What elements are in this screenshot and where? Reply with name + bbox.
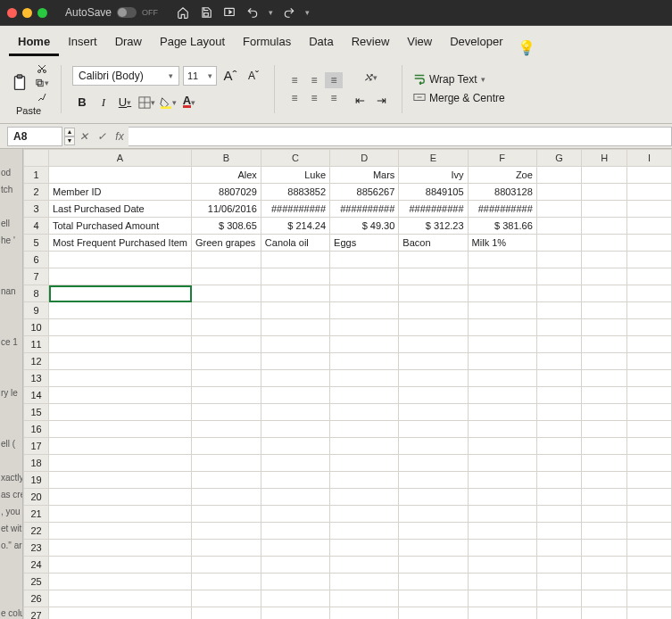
cell-B17[interactable] xyxy=(192,438,261,455)
cell-G10[interactable] xyxy=(536,319,582,336)
cell-A22[interactable] xyxy=(49,523,192,540)
cell-A18[interactable] xyxy=(49,455,192,472)
cell-H4[interactable] xyxy=(582,218,627,235)
cell-F24[interactable] xyxy=(468,557,536,574)
cell-C24[interactable] xyxy=(261,557,329,574)
cell-A1[interactable] xyxy=(49,167,192,184)
tab-view[interactable]: View xyxy=(398,29,441,56)
tab-data[interactable]: Data xyxy=(300,29,342,56)
cell-G4[interactable] xyxy=(536,218,582,235)
merge-centre-button[interactable]: Merge & Centre xyxy=(413,91,505,106)
cell-G17[interactable] xyxy=(536,438,582,455)
cell-E8[interactable] xyxy=(399,285,468,302)
cell-A23[interactable] xyxy=(49,540,192,557)
cell-B21[interactable] xyxy=(192,506,261,523)
cell-B11[interactable] xyxy=(192,336,261,353)
row-header-15[interactable]: 15 xyxy=(24,404,49,421)
cell-H7[interactable] xyxy=(582,268,627,285)
cell-E5[interactable]: Bacon xyxy=(399,235,468,252)
cell-D24[interactable] xyxy=(330,557,399,574)
row-header-20[interactable]: 20 xyxy=(24,489,49,506)
bold-button[interactable]: B xyxy=(72,93,92,112)
cell-H15[interactable] xyxy=(582,404,627,421)
cell-D21[interactable] xyxy=(330,506,399,523)
cell-H11[interactable] xyxy=(582,336,627,353)
cell-I7[interactable] xyxy=(626,268,671,285)
cell-I3[interactable] xyxy=(626,201,671,218)
row-header-17[interactable]: 17 xyxy=(24,438,49,455)
cell-F23[interactable] xyxy=(468,540,536,557)
cell-C6[interactable] xyxy=(261,252,329,268)
column-header-G[interactable]: G xyxy=(536,150,582,167)
cell-A27[interactable] xyxy=(49,607,192,620)
cell-D25[interactable] xyxy=(330,574,399,590)
cell-A4[interactable]: Total Purchased Amount xyxy=(49,218,192,235)
cell-B25[interactable] xyxy=(192,574,261,590)
stepper-down-icon[interactable]: ▼ xyxy=(64,136,75,145)
row-header-18[interactable]: 18 xyxy=(24,455,49,472)
cell-B23[interactable] xyxy=(192,540,261,557)
cell-H5[interactable] xyxy=(582,235,627,252)
cell-C7[interactable] xyxy=(261,268,329,285)
autosave-toggle[interactable] xyxy=(117,7,137,18)
row-header-9[interactable]: 9 xyxy=(24,302,49,319)
cell-G6[interactable] xyxy=(536,252,582,268)
cell-A11[interactable] xyxy=(49,336,192,353)
tab-page-layout[interactable]: Page Layout xyxy=(151,29,234,56)
cell-G12[interactable] xyxy=(536,353,582,370)
cell-A7[interactable] xyxy=(49,268,192,285)
align-right-button[interactable]: ≡ xyxy=(325,90,343,106)
cell-C16[interactable] xyxy=(261,421,329,438)
cell-B6[interactable] xyxy=(192,252,261,268)
orientation-button[interactable]: ⤭▾ xyxy=(361,68,380,87)
row-header-1[interactable]: 1 xyxy=(24,167,49,184)
cell-B8[interactable] xyxy=(192,285,261,302)
cell-E19[interactable] xyxy=(399,472,468,489)
cell-F20[interactable] xyxy=(468,489,536,506)
cell-F9[interactable] xyxy=(468,302,536,319)
cell-F22[interactable] xyxy=(468,523,536,540)
cell-I9[interactable] xyxy=(626,302,671,319)
column-header-I[interactable]: I xyxy=(626,150,671,167)
home-icon[interactable] xyxy=(176,5,190,20)
wrap-text-button[interactable]: Wrap Text ▾ xyxy=(413,72,505,87)
column-header-D[interactable]: D xyxy=(330,150,399,167)
cell-D11[interactable] xyxy=(330,336,399,353)
row-header-26[interactable]: 26 xyxy=(24,590,49,607)
increase-indent-button[interactable]: ⇥ xyxy=(371,91,391,111)
cell-G1[interactable] xyxy=(536,167,582,184)
cell-H1[interactable] xyxy=(582,167,627,184)
cell-F25[interactable] xyxy=(468,574,536,590)
cell-D16[interactable] xyxy=(330,421,399,438)
cell-B5[interactable]: Green grapes xyxy=(192,235,261,252)
cell-I16[interactable] xyxy=(626,421,671,438)
column-header-A[interactable]: A xyxy=(49,150,192,167)
decrease-indent-button[interactable]: ⇤ xyxy=(350,91,369,111)
cell-I19[interactable] xyxy=(626,472,671,489)
stepper-up-icon[interactable]: ▲ xyxy=(64,128,75,136)
cell-E21[interactable] xyxy=(399,506,468,523)
cell-D27[interactable] xyxy=(330,607,399,620)
underline-button[interactable]: U▾ xyxy=(115,93,135,112)
cell-C20[interactable] xyxy=(261,489,329,506)
cell-I4[interactable] xyxy=(626,218,671,235)
cell-B24[interactable] xyxy=(192,557,261,574)
cell-I15[interactable] xyxy=(626,404,671,421)
cell-B2[interactable]: 8807029 xyxy=(192,184,261,201)
align-middle-button[interactable]: ≡ xyxy=(305,72,323,88)
cell-C4[interactable]: $ 214.24 xyxy=(261,218,329,235)
cell-A8[interactable] xyxy=(49,285,192,302)
cell-F11[interactable] xyxy=(468,336,536,353)
cell-F14[interactable] xyxy=(468,387,536,404)
cell-I22[interactable] xyxy=(626,523,671,540)
format-painter-icon[interactable] xyxy=(34,90,50,104)
cell-I11[interactable] xyxy=(626,336,671,353)
cell-I6[interactable] xyxy=(626,252,671,268)
row-header-19[interactable]: 19 xyxy=(24,472,49,489)
cell-G13[interactable] xyxy=(536,370,582,387)
window-close-icon[interactable] xyxy=(7,8,17,18)
cell-E3[interactable]: ########## xyxy=(399,201,468,218)
row-header-16[interactable]: 16 xyxy=(24,421,49,438)
cell-I2[interactable] xyxy=(626,184,671,201)
cell-E4[interactable]: $ 312.23 xyxy=(399,218,468,235)
